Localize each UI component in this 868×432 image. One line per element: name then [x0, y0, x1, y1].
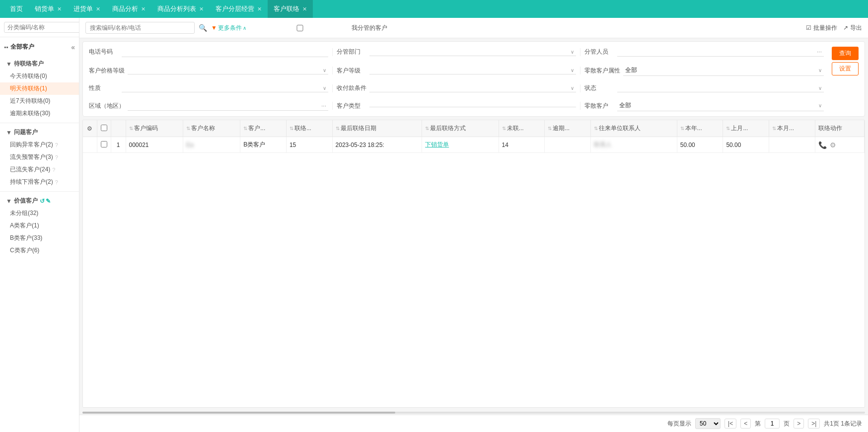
nav-home[interactable]: 首页: [4, 0, 29, 18]
table-header-type[interactable]: ⇅客户...: [240, 120, 287, 137]
close-product-analysis-icon[interactable]: ✕: [141, 6, 145, 12]
filter-dept-select[interactable]: ∨: [369, 48, 576, 56]
filter-nature-select[interactable]: ∨: [122, 84, 328, 92]
nature-chevron-icon: ∨: [323, 85, 326, 91]
sidebar-item-repurchase-abnormal[interactable]: 回购异常客户(2) ?: [0, 139, 79, 151]
nav-customer-contact[interactable]: 客户联络 ✕: [268, 0, 313, 18]
filter-price-level-select[interactable]: ∨: [128, 67, 328, 74]
sort-unit-contact-icon: ⇅: [594, 126, 598, 131]
table-header-this-year[interactable]: ⇅本年...: [677, 120, 723, 137]
table-header-last-date[interactable]: ⇅最后联络日期: [332, 120, 422, 137]
table-header-not-contacted[interactable]: ⇅未联...: [499, 120, 545, 137]
close-purchase-order-icon[interactable]: ✕: [96, 6, 100, 12]
filter-price-level-field: 客户价格等级 ∨: [89, 67, 328, 75]
sidebar-item-declining[interactable]: 持续下滑客户(2) ?: [0, 176, 79, 188]
my-customers-checkbox[interactable]: [250, 25, 350, 31]
filter-phone-input[interactable]: [122, 47, 328, 57]
sidebar-all-customers[interactable]: ▪▪ 全部客户 «: [0, 40, 79, 54]
sort-not-contacted-icon: ⇅: [502, 126, 506, 131]
sidebar-problem-title[interactable]: ▼ 问题客户: [0, 126, 79, 139]
filter-phone-label: 电话号码: [89, 48, 119, 56]
filter-row-3: 性质 ∨ 收付款条件 ∨: [89, 84, 824, 92]
row-action-phone-icon[interactable]: 📞: [818, 141, 827, 149]
row-last-method-link[interactable]: 下销货单: [425, 141, 449, 148]
table-header-contact[interactable]: ⇅联络...: [286, 120, 332, 137]
filter-customer-level-select[interactable]: ∨: [369, 67, 576, 74]
table-header-last-method[interactable]: ⇅最后联络方式: [422, 120, 499, 137]
table-header-checkbox[interactable]: [97, 120, 111, 137]
filter-row-1: 电话号码 分管部门 ∨ 分管人员: [89, 47, 824, 57]
sidebar-value-title[interactable]: ▼ 价值客户 ↺ ✎: [0, 195, 79, 207]
nav-purchase-order[interactable]: 进货单 ✕: [68, 0, 106, 18]
close-sales-order-icon[interactable]: ✕: [57, 6, 62, 12]
refresh-value-icon[interactable]: ↺: [40, 198, 45, 205]
top-nav: 首页 销货单 ✕ 进货单 ✕ 商品分析 ✕ 商品分析列表 ✕ 客户分层经营 ✕ …: [0, 0, 868, 18]
per-page-select[interactable]: 50 100 200: [695, 418, 721, 429]
horizontal-scrollbar[interactable]: [79, 411, 868, 415]
person-dots-icon: ···: [817, 48, 822, 55]
settings-button[interactable]: 设置: [832, 62, 859, 75]
sidebar-item-a-class[interactable]: A类客户(1): [0, 219, 79, 232]
table-header-this-month[interactable]: ⇅本月...: [769, 120, 815, 137]
row-action-grid-icon[interactable]: ⚙: [830, 141, 836, 149]
export-btn[interactable]: ↗ 导出: [843, 24, 862, 32]
edit-value-icon[interactable]: ✎: [46, 198, 51, 205]
table-row: 1 000021 Ea B类客户 15 2023-05-23 18:25: 下销…: [83, 137, 865, 153]
filter-customer-type-field: 客户类型: [337, 102, 576, 110]
table-header-settings[interactable]: ⚙: [83, 120, 97, 137]
sidebar-item-churn-warning[interactable]: 流失预警客户(3) ?: [0, 151, 79, 163]
nav-product-analysis[interactable]: 商品分析 ✕: [106, 0, 151, 18]
sidebar-item-7days-contact[interactable]: 近7天待联络(0): [0, 95, 79, 107]
close-customer-contact-icon[interactable]: ✕: [302, 6, 307, 12]
nav-sales-order[interactable]: 销货单 ✕: [29, 0, 68, 18]
table-header-last-month[interactable]: ⇅上月...: [723, 120, 769, 137]
current-page-input[interactable]: [765, 419, 780, 429]
nav-product-analysis-list[interactable]: 商品分析列表 ✕: [151, 0, 210, 18]
filter-person-select[interactable]: ···: [617, 47, 824, 57]
sidebar-item-overdue-contact[interactable]: 逾期未联络(30): [0, 107, 79, 120]
row-select-checkbox[interactable]: [101, 141, 107, 147]
main-search-icon[interactable]: 🔍: [199, 24, 207, 32]
sidebar-item-churned[interactable]: 已流失客户(24) ?: [0, 163, 79, 176]
sidebar-search-input[interactable]: [4, 22, 79, 33]
sidebar-item-tomorrow-contact[interactable]: 明天待联络(1): [0, 82, 79, 95]
row-checkbox[interactable]: [97, 137, 111, 153]
sidebar-item-today-contact[interactable]: 今天待联络(0): [0, 70, 79, 82]
batch-operation-btn[interactable]: ☑ 批量操作: [806, 24, 837, 32]
nav-customer-layered[interactable]: 客户分层经营 ✕: [210, 0, 268, 18]
filter-retail-attr-select[interactable]: 全部 ∨: [623, 65, 824, 76]
select-all-checkbox[interactable]: [101, 125, 107, 131]
dept-chevron-icon: ∨: [571, 49, 574, 55]
filter-person-label: 分管人员: [584, 48, 614, 56]
scrollbar-thumb[interactable]: [82, 412, 395, 414]
close-customer-layered-icon[interactable]: ✕: [257, 6, 262, 12]
prev-page-btn[interactable]: <: [740, 419, 751, 429]
per-page-label: 每页显示: [667, 420, 691, 428]
first-page-btn[interactable]: |<: [724, 419, 736, 429]
table-header-name[interactable]: ⇅客户名称: [183, 120, 240, 137]
filter-panel: 电话号码 分管部门 ∨ 分管人员: [82, 41, 865, 117]
sidebar-item-b-class[interactable]: B类客户(33): [0, 232, 79, 244]
table-footer: 每页显示 50 100 200 |< < 第 页 > >| 共1页 1条记录: [79, 415, 868, 432]
filter-region-select[interactable]: ···: [128, 101, 328, 111]
table-header-unit-contact[interactable]: ⇅往来单位联系人: [590, 120, 677, 137]
query-button[interactable]: 查询: [832, 47, 859, 60]
my-customers-checkbox-label[interactable]: 我分管的客户: [250, 24, 387, 32]
filter-payment-select[interactable]: ∨: [369, 84, 576, 92]
filter-more-btn[interactable]: ▼ 更多条件 ∧: [211, 24, 246, 32]
last-page-btn[interactable]: >|: [808, 419, 820, 429]
sidebar-pending-title[interactable]: ▼ 待联络客户: [0, 58, 79, 70]
row-last-method[interactable]: 下销货单: [422, 137, 499, 153]
main-search-input[interactable]: [85, 22, 195, 34]
filter-status-select[interactable]: ∨: [617, 84, 824, 92]
close-product-analysis-list-icon[interactable]: ✕: [199, 6, 204, 12]
table-header-overdue[interactable]: ⇅逾期...: [545, 120, 591, 137]
table-header-code[interactable]: ⇅客户编码: [126, 120, 183, 137]
sidebar-item-c-class[interactable]: C类客户(6): [0, 244, 79, 257]
filter-retail-customer-select[interactable]: 全部 ∨: [617, 100, 824, 111]
scrollbar-track: [82, 412, 865, 414]
sidebar-item-ungrouped[interactable]: 未分组(32): [0, 207, 79, 219]
filter-customer-type-select[interactable]: [369, 105, 576, 107]
next-page-btn[interactable]: >: [794, 419, 804, 429]
collapse-icon[interactable]: «: [71, 43, 75, 51]
